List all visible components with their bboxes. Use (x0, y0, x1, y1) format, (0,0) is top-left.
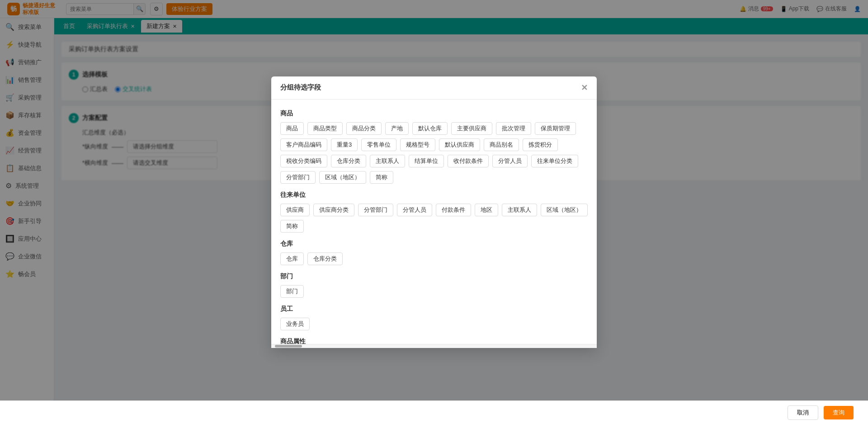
field-chip-0-5[interactable]: 主要供应商 (451, 122, 492, 135)
field-chip-1-7[interactable]: 区域（地区） (541, 204, 588, 216)
field-chip-0-15[interactable]: 税收分类编码 (280, 155, 327, 167)
field-chip-1-5[interactable]: 地区 (475, 204, 498, 216)
category-title-1: 往来单位 (280, 191, 588, 199)
field-chip-1-3[interactable]: 分管人员 (397, 204, 432, 216)
field-chip-0-1[interactable]: 商品类型 (307, 122, 343, 135)
category-title-4: 员工 (280, 305, 588, 313)
modal-close-button[interactable]: ✕ (581, 83, 588, 93)
field-chip-0-10[interactable]: 零售单位 (361, 138, 396, 151)
field-chip-1-2[interactable]: 分管部门 (358, 204, 393, 216)
field-chip-0-3[interactable]: 产地 (385, 122, 409, 135)
field-chip-0-2[interactable]: 商品分类 (346, 122, 382, 135)
field-chip-0-18[interactable]: 结算单位 (409, 155, 444, 167)
field-chip-0-23[interactable]: 区域（地区） (319, 171, 366, 184)
field-chip-3-0[interactable]: 部门 (280, 285, 304, 298)
field-chip-0-19[interactable]: 收付款条件 (448, 155, 489, 167)
field-chips-4: 业务员 (280, 318, 588, 330)
bottom-action-bar: 取消 查询 (0, 400, 868, 424)
field-chip-0-16[interactable]: 仓库分类 (331, 155, 366, 167)
modal-title: 分组待选字段 (280, 83, 321, 92)
field-chip-1-8[interactable]: 简称 (280, 220, 304, 233)
confirm-button[interactable]: 查询 (824, 406, 854, 419)
field-chip-0-7[interactable]: 保质期管理 (535, 122, 576, 135)
field-chip-1-4[interactable]: 付款条件 (436, 204, 471, 216)
field-chip-0-11[interactable]: 规格型号 (400, 138, 435, 151)
field-chip-1-0[interactable]: 供应商 (280, 204, 310, 216)
field-chip-0-9[interactable]: 重量3 (331, 138, 358, 151)
field-chip-0-0[interactable]: 商品 (280, 122, 304, 135)
category-title-2: 仓库 (280, 240, 588, 248)
field-chip-2-1[interactable]: 仓库分类 (307, 252, 343, 265)
field-chip-1-1[interactable]: 供应商分类 (313, 204, 354, 216)
field-chips-0: 商品商品类型商品分类产地默认仓库主要供应商批次管理保质期管理客户商品编码重量3零… (280, 122, 588, 184)
modal-horizontal-scrollbar[interactable] (271, 344, 597, 348)
field-chip-0-14[interactable]: 拣货积分 (523, 138, 558, 151)
field-chip-0-20[interactable]: 分管人员 (492, 155, 528, 167)
field-chip-0-13[interactable]: 商品别名 (484, 138, 519, 151)
field-chip-0-22[interactable]: 分管部门 (280, 171, 316, 184)
modal-header: 分组待选字段 ✕ (271, 76, 597, 100)
field-chip-4-0[interactable]: 业务员 (280, 318, 310, 330)
field-chips-1: 供应商供应商分类分管部门分管人员付款条件地区主联系人区域（地区）简称 (280, 204, 588, 233)
category-title-0: 商品 (280, 110, 588, 118)
field-chips-2: 仓库仓库分类 (280, 252, 588, 265)
field-chip-0-4[interactable]: 默认仓库 (412, 122, 448, 135)
modal-body[interactable]: 商品商品商品类型商品分类产地默认仓库主要供应商批次管理保质期管理客户商品编码重量… (271, 100, 597, 344)
field-chip-0-12[interactable]: 默认供应商 (439, 138, 480, 151)
category-title-3: 部门 (280, 272, 588, 281)
field-chips-3: 部门 (280, 285, 588, 298)
field-chip-0-21[interactable]: 往来单位分类 (531, 155, 578, 167)
category-title-5: 商品属性 (280, 338, 588, 344)
field-chip-0-8[interactable]: 客户商品编码 (280, 138, 327, 151)
field-selection-modal: 分组待选字段 ✕ 商品商品商品类型商品分类产地默认仓库主要供应商批次管理保质期管… (271, 76, 597, 348)
field-chip-0-24[interactable]: 简称 (370, 171, 393, 184)
field-chip-1-6[interactable]: 主联系人 (502, 204, 537, 216)
field-chip-0-6[interactable]: 批次管理 (496, 122, 531, 135)
field-chip-2-0[interactable]: 仓库 (280, 252, 304, 265)
cancel-button[interactable]: 取消 (788, 405, 818, 420)
field-chip-0-17[interactable]: 主联系人 (370, 155, 405, 167)
